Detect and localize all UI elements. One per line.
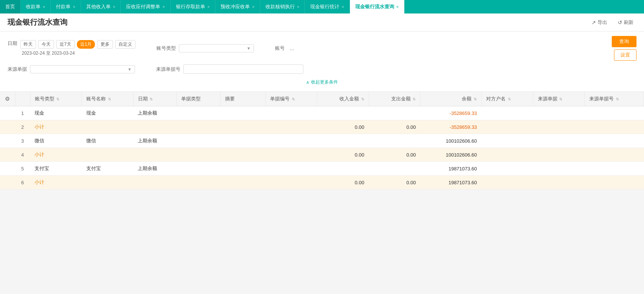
th-expense[interactable]: 支出金额 ⇅: [369, 92, 420, 106]
th-account-name[interactable]: 账号名称 ⇅: [82, 92, 134, 106]
th-income-label: 收入金额: [339, 96, 359, 101]
source-doc-chevron-icon: ▼: [128, 67, 132, 72]
account-dots[interactable]: ...: [288, 45, 296, 52]
table-row[interactable]: 2 小计 0.00 0.00 -3528659.33: [0, 120, 644, 134]
settings-button[interactable]: 设置: [614, 49, 636, 61]
th-date[interactable]: 日期 ⇅: [133, 92, 176, 106]
table-row[interactable]: 4 小计 0.00 0.00 100102606.60: [0, 148, 644, 162]
td-expense-5: 0.00: [369, 176, 420, 190]
nav-advance-offset-close[interactable]: ×: [252, 4, 254, 9]
table-row[interactable]: 1 现金 现金 上期余额 -3528659.33: [0, 106, 644, 120]
td-doc-no-4: [266, 162, 317, 176]
td-balance-4: 19871073.60: [420, 162, 482, 176]
td-account-type-5: 小计: [30, 176, 82, 190]
nav-item-receive[interactable]: 收款单 ×: [21, 0, 51, 13]
td-counterpart-5: [482, 176, 533, 190]
th-source-doc-no[interactable]: 来源单据号 ⇅: [585, 92, 644, 106]
table-row[interactable]: 5 支付宝 支付宝 上期余额 19871073.60: [0, 162, 644, 176]
nav-item-bank-deposit[interactable]: 银行存取款单 ×: [171, 0, 215, 13]
date-btn-month[interactable]: 近1月: [77, 40, 95, 49]
td-counterpart-2: [482, 134, 533, 148]
td-balance-2: 100102606.60: [420, 134, 482, 148]
td-account-name-5: [82, 176, 134, 190]
nav-item-other-income[interactable]: 其他收入单 ×: [81, 0, 121, 13]
th-balance-label: 余额: [462, 96, 471, 101]
refresh-button[interactable]: ↺ 刷新: [615, 18, 636, 27]
filter-row-2: 来源单据 ▼ 来源单据号: [8, 64, 636, 74]
td-expense-3: 0.00: [369, 148, 420, 162]
td-income-5: 0.00: [317, 176, 369, 190]
collapse-bar[interactable]: ∧ 收起更多条件: [8, 78, 636, 87]
export-label: 导出: [597, 19, 607, 26]
date-btn-yesterday[interactable]: 昨天: [20, 40, 36, 49]
td-source-doc-no-3: [585, 148, 644, 162]
date-btn-week[interactable]: 近7天: [56, 40, 75, 49]
account-type-group: 账号类型 ▼: [156, 44, 254, 52]
nav-collection-exec-close[interactable]: ×: [297, 4, 299, 9]
filter-area: 日期 昨天 今天 近7天 近1月 更多 自定义 2023-02-24 至 202…: [0, 31, 644, 92]
date-btn-more[interactable]: 更多: [97, 40, 113, 49]
td-source-doc-2: [533, 134, 585, 148]
td-income-0: [317, 106, 369, 120]
td-doc-type-1: [177, 120, 221, 134]
td-settings-5: [0, 176, 15, 190]
date-btn-today[interactable]: 今天: [38, 40, 54, 49]
td-account-type-4: 支付宝: [30, 162, 82, 176]
page-header: 现金银行流水查询 ↗ 导出 ↺ 刷新: [0, 13, 644, 31]
th-date-label: 日期: [138, 96, 148, 101]
nav-ap-adjust-close[interactable]: ×: [162, 4, 165, 9]
th-settings[interactable]: ⚙: [0, 92, 15, 106]
nav-pay-close[interactable]: ×: [73, 4, 75, 9]
td-account-name-1: [82, 120, 134, 134]
th-source-doc[interactable]: 来源单据 ⇅: [533, 92, 585, 106]
td-balance-0: -3528659.33: [420, 106, 482, 120]
td-date-4: 上期余额: [133, 162, 176, 176]
td-income-4: [317, 162, 369, 176]
nav-cash-bank-stat-label: 现金银行统计: [310, 3, 339, 10]
date-options: 昨天 今天 近7天 近1月 更多 自定义: [20, 40, 135, 49]
query-button[interactable]: 查询: [612, 36, 636, 47]
nav-bank-deposit-close[interactable]: ×: [207, 4, 210, 9]
td-account-name-0: 现金: [82, 106, 134, 120]
table-row[interactable]: 6 小计 0.00 0.00 19871073.60: [0, 176, 644, 190]
export-button[interactable]: ↗ 导出: [588, 18, 610, 27]
source-doc-group: 来源单据 ▼: [8, 65, 135, 73]
nav-item-advance-offset[interactable]: 预收冲应收单 ×: [215, 0, 260, 13]
nav-item-cash-bank-stat[interactable]: 现金银行统计 ×: [305, 0, 350, 13]
nav-receive-close[interactable]: ×: [43, 4, 45, 9]
table-row[interactable]: 3 微信 微信 上期余额 100102606.60: [0, 134, 644, 148]
th-doc-no[interactable]: 单据编号 ⇅: [266, 92, 317, 106]
sort-icon-account-name: ⇅: [108, 97, 111, 101]
date-btn-custom[interactable]: 自定义: [115, 40, 135, 49]
sort-icon-expense: ⇅: [413, 97, 416, 101]
th-income[interactable]: 收入金额 ⇅: [317, 92, 369, 106]
td-account-type-0: 现金: [30, 106, 82, 120]
gear-icon[interactable]: ⚙: [5, 96, 10, 102]
nav-item-home[interactable]: 首页: [0, 0, 21, 13]
nav-item-pay[interactable]: 付款单 ×: [51, 0, 81, 13]
nav-item-ap-adjust[interactable]: 应收应付调整单 ×: [121, 0, 170, 13]
nav-cash-bank-stat-close[interactable]: ×: [342, 4, 344, 9]
nav-other-income-close[interactable]: ×: [113, 4, 115, 9]
th-counterpart[interactable]: 对方户名 ⇅: [482, 92, 533, 106]
source-doc-no-input[interactable]: [183, 64, 303, 74]
nav-cash-bank-flow-close[interactable]: ×: [396, 4, 399, 9]
td-counterpart-1: [482, 120, 533, 134]
nav-item-collection-exec[interactable]: 收款核销执行 ×: [260, 0, 305, 13]
sort-icon-income: ⇅: [361, 97, 364, 101]
td-summary-5: [221, 176, 266, 190]
th-account-type[interactable]: 账号类型 ⇅: [30, 92, 82, 106]
td-source-doc-0: [533, 106, 585, 120]
nav-ap-adjust-label: 应收应付调整单: [126, 3, 160, 10]
account-type-label: 账号类型: [156, 45, 176, 52]
td-source-doc-no-2: [585, 134, 644, 148]
account-label: 账号: [275, 45, 285, 52]
nav-item-cash-bank-flow[interactable]: 现金银行流水查询 ×: [350, 0, 404, 13]
nav-pay-label: 付款单: [56, 3, 71, 10]
td-doc-type-3: [177, 148, 221, 162]
sort-icon-doc-no: ⇅: [292, 97, 295, 101]
source-doc-select[interactable]: ▼: [30, 65, 135, 73]
account-type-select[interactable]: ▼: [179, 44, 254, 52]
data-table: ⚙ 账号类型 ⇅ 账号名称 ⇅ 日期 ⇅ 单据类型: [0, 92, 644, 190]
th-balance[interactable]: 余额 ⇅: [420, 92, 482, 106]
